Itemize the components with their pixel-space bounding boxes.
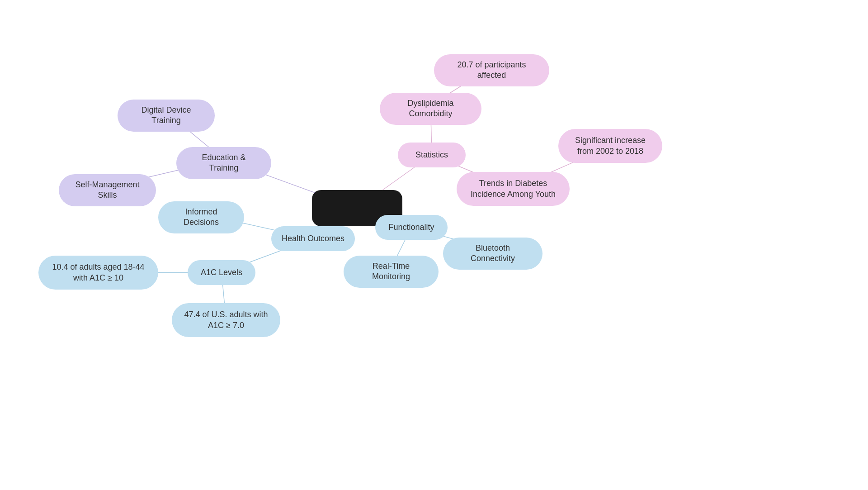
digital-node: Digital Device Training [118,100,215,132]
dyslipidemia-node: Dyslipidemia Comorbidity [380,93,481,125]
significant-node: Significant increase from 2002 to 2018 [558,129,662,163]
a1c_us-node: 47.4 of U.S. adults with A1C ≥ 7.0 [172,303,280,337]
education-node: Education & Training [176,147,271,179]
realtime-node: Real-Time Monitoring [344,256,439,288]
informed-node: Informed Decisions [158,201,244,233]
statistics-node: Statistics [398,143,466,167]
a1c_adults-node: 10.4 of adults aged 18-44 with A1C ≥ 10 [38,256,158,290]
participants-node: 20.7 of participants affected [434,54,549,86]
selfmgmt-node: Self-Management Skills [59,174,156,206]
bluetooth-node: Bluetooth Connectivity [443,238,542,270]
a1c-node: A1C Levels [188,260,255,285]
functionality-node: Functionality [375,215,448,240]
trends-node: Trends in Diabetes Incidence Among Youth [457,172,570,206]
health-node: Health Outcomes [271,226,355,251]
